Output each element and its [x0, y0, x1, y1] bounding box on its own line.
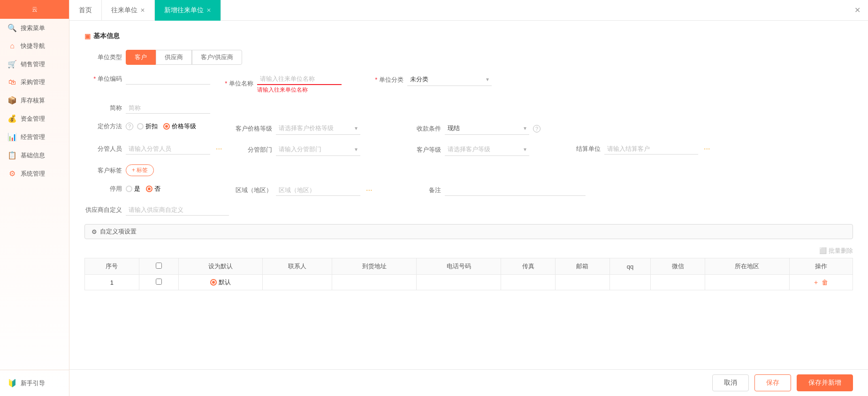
- save-button[interactable]: 保存: [754, 374, 791, 391]
- disabled-yes-label: 是: [134, 185, 140, 193]
- save-and-new-button[interactable]: 保存并新增: [797, 374, 853, 391]
- pricing-row: 定价方法 ? 折扣 价格等级 客户价格等级 请选择客户价格等级: [84, 122, 853, 135]
- tab-partners-label: 往来单位: [111, 6, 137, 15]
- chevron-down-icon5: ▾: [524, 146, 526, 153]
- unit-code-group: 单位编码 000009: [84, 73, 216, 85]
- system-icon: ⚙: [8, 169, 17, 178]
- guide-icon: 🔰: [8, 379, 17, 388]
- radio-circle-no: [146, 186, 152, 192]
- tab-partners[interactable]: 往来单位 ✕: [102, 0, 155, 21]
- tab-home[interactable]: 首页: [69, 0, 102, 21]
- unit-type-label: 单位类型: [84, 53, 122, 62]
- contact-table: 序号 设为默认 联系人 到货地址 电话号码 传真 邮箱 qq 微信 所在地区 操…: [84, 258, 853, 290]
- sidebar-item-basic[interactable]: 📋 基础信息: [0, 146, 69, 164]
- add-row-button[interactable]: +: [813, 278, 819, 287]
- manager-input[interactable]: [126, 143, 210, 155]
- customer-level-label: 客户等级: [404, 146, 441, 154]
- chevron-down-icon2: ▾: [355, 125, 358, 132]
- manager-more-icon[interactable]: ···: [214, 145, 224, 153]
- pricing-method-label: 定价方法: [84, 122, 122, 131]
- col-action: 操作: [789, 258, 853, 275]
- settlement-more-icon[interactable]: ···: [702, 145, 712, 153]
- row-phone: [417, 275, 501, 290]
- customer-price-select[interactable]: 请选择客户价格等级 ▾: [276, 122, 360, 135]
- region-more-icon[interactable]: ···: [364, 186, 374, 194]
- manager-row: 分管人员 ··· 分管部门 请输入分管部门 ▾ 客户等级 请选择客户等级 ▾ 结…: [84, 143, 853, 156]
- sidebar-item-purchase[interactable]: 🛍 采购管理: [0, 73, 69, 91]
- chevron-down-icon3: ▾: [524, 125, 526, 132]
- sidebar-item-label: 基础信息: [21, 151, 45, 160]
- col-address: 到货地址: [332, 258, 417, 275]
- sidebar-item-quicknav[interactable]: ⌂ 快捷导航: [0, 37, 69, 55]
- type-btn-both[interactable]: 客户/供应商: [192, 50, 242, 65]
- row-checkbox[interactable]: [156, 279, 162, 285]
- row-index: 1: [85, 275, 139, 290]
- row-default-radio[interactable]: 默认: [183, 278, 258, 287]
- unit-code-input[interactable]: 000009: [126, 73, 210, 85]
- sidebar-item-system[interactable]: ⚙ 系统管理: [0, 164, 69, 183]
- region-group: 区域（地区） ···: [235, 185, 404, 196]
- payment-terms-select[interactable]: 现结 ▾: [445, 122, 529, 135]
- sidebar: 云 🔍 搜索菜单 ⌂ 快捷导航 🛒 销售管理 🛍 采购管理 📦 库存核算 💰 资…: [0, 0, 69, 396]
- disabled-radio-no[interactable]: 否: [146, 185, 160, 193]
- tab-new-partner-close-icon[interactable]: ✕: [206, 7, 211, 14]
- main-close-button[interactable]: ✕: [847, 6, 868, 15]
- supplier-custom-label: 供应商自定义: [84, 206, 122, 214]
- add-tag-button[interactable]: + 标签: [126, 164, 154, 176]
- tab-new-partner-label: 新增往来单位: [164, 6, 204, 15]
- operations-icon: 📊: [8, 132, 17, 141]
- unit-category-select[interactable]: 未分类 ▾: [407, 73, 492, 86]
- sidebar-item-label: 资金管理: [21, 115, 45, 123]
- department-label: 分管部门: [235, 146, 272, 154]
- supplier-custom-input[interactable]: [126, 204, 229, 216]
- sidebar-item-sales[interactable]: 🛒 销售管理: [0, 55, 69, 73]
- remark-input[interactable]: [445, 185, 586, 196]
- pricing-help-icon[interactable]: ?: [126, 123, 133, 130]
- disabled-radio-yes[interactable]: 是: [126, 185, 140, 193]
- sidebar-item-label: 销售管理: [21, 60, 45, 69]
- row-region: [705, 275, 789, 290]
- batch-delete-label[interactable]: 批量删除: [829, 247, 853, 254]
- unit-name-input[interactable]: [257, 73, 342, 85]
- chevron-down-icon4: ▾: [355, 146, 358, 153]
- short-name-row: 简称: [84, 102, 853, 114]
- settlement-unit-group: 结算单位 ···: [563, 143, 853, 155]
- inventory-icon: 📦: [8, 96, 17, 105]
- pricing-radio-discount[interactable]: 折扣: [137, 122, 158, 131]
- pricing-radio-group: 折扣 价格等级: [137, 122, 196, 131]
- type-btn-supplier[interactable]: 供应商: [156, 50, 192, 65]
- pricing-method-group: 定价方法 ? 折扣 价格等级: [84, 122, 235, 131]
- sidebar-item-operations[interactable]: 📊 经营管理: [0, 128, 69, 146]
- unit-name-label: 单位名称: [216, 79, 253, 88]
- finance-icon: 💰: [8, 114, 17, 123]
- sidebar-item-search[interactable]: 🔍 搜索菜单: [0, 19, 69, 37]
- customer-level-select[interactable]: 请选择客户等级 ▾: [445, 143, 529, 156]
- sidebar-item-guide[interactable]: 🔰 新手引导: [0, 374, 69, 392]
- unit-code-label: 单位编码: [84, 75, 122, 83]
- home-icon: ⌂: [8, 42, 17, 50]
- cancel-button[interactable]: 取消: [712, 374, 749, 391]
- select-all-checkbox[interactable]: [156, 263, 162, 269]
- unit-name-wrapper: 请输入往来单位名称: [257, 73, 342, 94]
- footer-bar: 取消 保存 保存并新增: [69, 369, 868, 396]
- department-select[interactable]: 请输入分管部门 ▾: [276, 143, 360, 156]
- col-fax: 传真: [501, 258, 556, 275]
- tab-partners-close-icon[interactable]: ✕: [140, 7, 145, 14]
- col-checkbox: [139, 258, 178, 275]
- pricing-radio-level[interactable]: 价格等级: [163, 122, 196, 131]
- region-input[interactable]: [276, 185, 360, 196]
- row-actions: + 🗑: [789, 275, 853, 290]
- manager-group: 分管人员 ···: [84, 143, 235, 155]
- tab-new-partner[interactable]: 新增往来单位 ✕: [155, 0, 221, 21]
- delete-row-button[interactable]: 🗑: [821, 278, 829, 287]
- payment-help-icon[interactable]: ?: [533, 125, 541, 132]
- custom-settings-button[interactable]: ⚙ 自定义项设置: [84, 224, 853, 239]
- disabled-label: 停用: [84, 185, 122, 193]
- short-name-input[interactable]: [126, 102, 210, 114]
- sidebar-item-finance[interactable]: 💰 资金管理: [0, 109, 69, 128]
- row-qq: [609, 275, 650, 290]
- settlement-unit-input[interactable]: [604, 143, 698, 155]
- sidebar-item-inventory[interactable]: 📦 库存核算: [0, 91, 69, 109]
- type-btn-customer[interactable]: 客户: [126, 50, 156, 65]
- radio-circle-yes: [126, 186, 132, 192]
